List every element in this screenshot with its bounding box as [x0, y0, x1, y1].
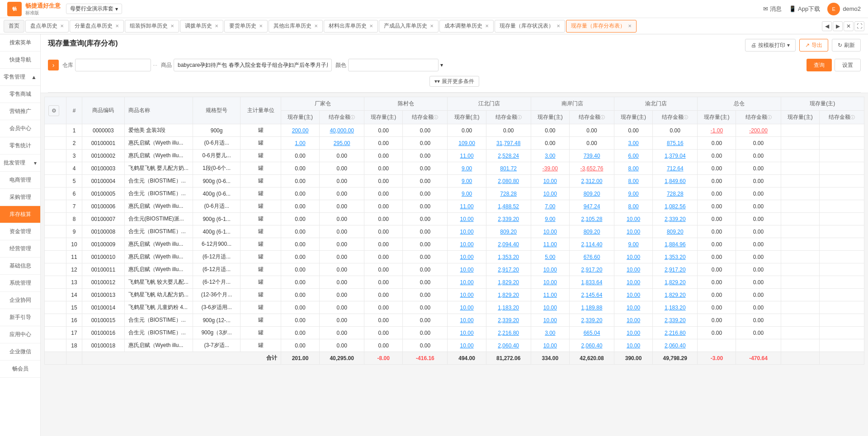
sidebar-item-marketing[interactable]: 营销推广	[0, 103, 40, 120]
cell-link[interactable]: 1,353.20	[665, 254, 686, 260]
tab-prev[interactable]: ◀	[822, 21, 832, 31]
cell-link[interactable]: 712.64	[667, 165, 684, 172]
tab-7[interactable]: 材料出库单历史 ✕	[324, 20, 378, 33]
export-btn[interactable]: ↗ 导出	[799, 39, 828, 52]
tab-next[interactable]: ▶	[833, 21, 843, 31]
tab-5[interactable]: 要货单历史 ✕	[224, 20, 268, 33]
sidebar-item-guide[interactable]: 新手引导	[0, 309, 40, 326]
cell-link[interactable]: 1,353.20	[498, 254, 519, 260]
tab-2[interactable]: 分量盘点单历史 ✕	[70, 20, 124, 33]
cell-link[interactable]: 11.00	[460, 203, 474, 210]
user-profile[interactable]: E demo2	[827, 3, 861, 15]
sidebar-item-retail[interactable]: 零售管理 ▲	[0, 69, 40, 86]
sidebar-item-shortcut[interactable]: 快捷导航	[0, 52, 40, 69]
cell-link[interactable]: 9.00	[545, 216, 555, 222]
cell-link[interactable]: 10.00	[627, 267, 640, 273]
tab-10-close[interactable]: ✕	[557, 23, 560, 28]
cell-link[interactable]: 9.00	[462, 178, 472, 184]
cell-link[interactable]: 1,829.20	[665, 279, 686, 286]
cell-link[interactable]: 10.00	[543, 279, 557, 286]
cell-link[interactable]: 9.00	[628, 191, 638, 197]
cell-link[interactable]: 2,080.80	[498, 178, 519, 184]
tab-10[interactable]: 现存量（库存状况表） ✕	[495, 20, 565, 33]
tab-9-close[interactable]: ✕	[485, 23, 489, 28]
tab-9[interactable]: 成本调整单历史 ✕	[439, 20, 494, 33]
cell-link[interactable]: 10.00	[543, 267, 557, 273]
sidebar-item-basic[interactable]: 基础信息	[0, 258, 40, 275]
cell-link[interactable]: 2,528.24	[498, 153, 519, 159]
cell-link[interactable]: 8.00	[628, 178, 638, 184]
cell-link[interactable]: 1,829.20	[498, 292, 519, 298]
cell-link[interactable]: 10.00	[543, 317, 557, 323]
refresh-btn[interactable]: ↻ 刷新	[832, 39, 861, 52]
setting-btn[interactable]: 设置	[835, 59, 861, 71]
cell-link[interactable]: -1.00	[711, 127, 723, 134]
tab-4-close[interactable]: ✕	[215, 23, 218, 28]
tab-1[interactable]: 盘点单历史 ✕	[25, 20, 69, 33]
cell-link[interactable]: 739.40	[584, 153, 600, 159]
cell-link[interactable]: 809.20	[500, 229, 517, 235]
cell-link[interactable]: 10.00	[543, 178, 557, 184]
info-icon-4[interactable]: ⓘ	[600, 115, 605, 120]
cell-link[interactable]: 10.00	[627, 330, 640, 336]
color-input[interactable]	[348, 59, 439, 71]
tab-2-close[interactable]: ✕	[115, 23, 119, 28]
tab-4[interactable]: 调拨单历史 ✕	[180, 20, 223, 33]
cell-link[interactable]: 10.00	[627, 342, 640, 349]
cell-link[interactable]: 7.00	[545, 203, 555, 210]
sidebar-item-inventory[interactable]: 库存核算	[0, 206, 40, 223]
cell-link[interactable]: 665.04	[584, 330, 600, 336]
cell-link[interactable]: 10.00	[460, 267, 474, 273]
info-icon-7[interactable]: ⓘ	[850, 115, 855, 120]
info-icon-5[interactable]: ⓘ	[684, 115, 688, 120]
cell-link[interactable]: 10.00	[627, 229, 640, 235]
cell-link[interactable]: 10.00	[460, 317, 474, 323]
cell-link[interactable]: 3.00	[545, 330, 555, 336]
cell-link[interactable]: 3.00	[545, 153, 555, 159]
cell-link[interactable]: 1,488.52	[498, 203, 519, 210]
cell-link[interactable]: 1,183.20	[665, 305, 686, 311]
cell-link[interactable]: 2,094.40	[498, 241, 519, 248]
cell-link[interactable]: 6.00	[628, 153, 638, 159]
cell-link[interactable]: 10.00	[543, 229, 557, 235]
sidebar-item-system[interactable]: 系统管理	[0, 275, 40, 292]
cell-link[interactable]: 10.00	[627, 279, 640, 286]
cell-link[interactable]: 10.00	[627, 292, 640, 298]
cell-link[interactable]: 676.60	[584, 254, 600, 260]
tab-11[interactable]: 现存量（库存分布表） ✕	[566, 20, 637, 33]
cell-link[interactable]: 2,339.20	[665, 317, 686, 323]
sidebar-item-purchase[interactable]: 采购管理	[0, 189, 40, 206]
tab-5-close[interactable]: ✕	[259, 23, 263, 28]
cell-link[interactable]: 10.00	[627, 305, 640, 311]
cell-link[interactable]: -3,652.76	[580, 165, 604, 172]
cell-link[interactable]: 728.28	[667, 191, 684, 197]
sidebar-item-vip[interactable]: 畅会员	[0, 361, 40, 378]
cell-link[interactable]: 10.00	[460, 292, 474, 298]
cell-link[interactable]: 10.00	[627, 216, 640, 222]
cell-link[interactable]: 10.00	[627, 317, 640, 323]
cell-link[interactable]: 9.00	[628, 241, 638, 248]
cell-link[interactable]: 11.00	[460, 153, 474, 159]
cell-link[interactable]: 2,114.40	[581, 241, 603, 248]
cell-link[interactable]: -39.00	[542, 165, 558, 172]
tab-fullscreen[interactable]: ⛶	[854, 21, 864, 31]
sidebar-item-app-center[interactable]: 应用中心	[0, 326, 40, 343]
cell-link[interactable]: 10.00	[460, 254, 474, 260]
cell-link[interactable]: 1,189.88	[581, 305, 603, 311]
tab-1-close[interactable]: ✕	[60, 23, 64, 28]
cell-link[interactable]: 40,000.00	[330, 127, 354, 134]
cell-link[interactable]: 2,339.20	[581, 317, 603, 323]
tab-7-close[interactable]: ✕	[369, 23, 373, 28]
goods-input[interactable]	[174, 59, 332, 71]
info-icon-3[interactable]: ⓘ	[517, 115, 522, 120]
cell-link[interactable]: 1,884.96	[665, 241, 686, 248]
sidebar-item-retail-stat[interactable]: 零售统计	[0, 137, 40, 155]
cell-link[interactable]: 10.00	[460, 305, 474, 311]
tab-3-close[interactable]: ✕	[170, 23, 174, 28]
cell-link[interactable]: 2,105.28	[581, 216, 603, 222]
cell-link[interactable]: 2,339.20	[498, 317, 519, 323]
info-icon-6[interactable]: ⓘ	[767, 115, 772, 120]
cell-link[interactable]: 10.00	[460, 279, 474, 286]
tab-6[interactable]: 其他出库单历史 ✕	[269, 20, 323, 33]
cell-link[interactable]: 109.00	[458, 140, 475, 146]
